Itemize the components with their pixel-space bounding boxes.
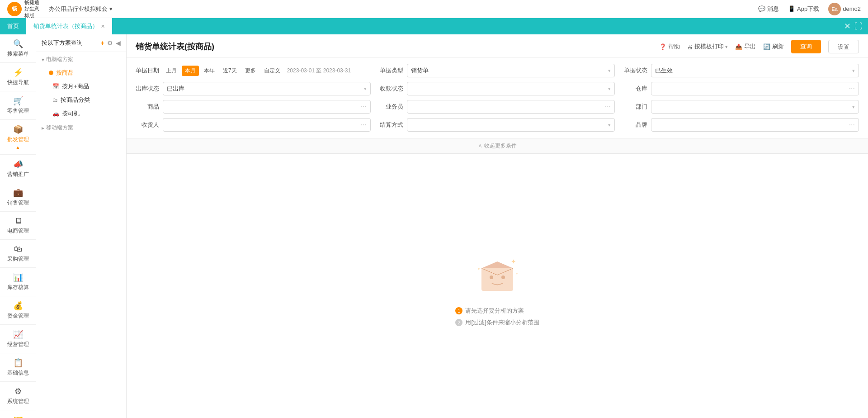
tree-item-by-goods[interactable]: 按商品: [36, 66, 126, 80]
template-print-btn[interactable]: 🖨 按模板打印 ▾: [687, 43, 728, 51]
filter-department-item: 部门 ▾: [624, 100, 859, 114]
empty-tips: 1 请先选择要分析的方案 2 用[过滤]条件来缩小分析范围: [455, 305, 539, 328]
left-panel: 按以下方案查询 + ⚙ ◀ ▾ 电脑端方案 按商品 📅 按月+商品: [36, 34, 127, 418]
date-btn-this-month[interactable]: 本月: [182, 66, 199, 76]
sidebar: 🔍 搜索菜单 ⚡ 快捷导航 🛒 零售管理 📦 批发管理 ▲ 📣 营销推广 💼 销…: [0, 34, 36, 418]
sidebar-item-operation[interactable]: 📈 经营管理: [0, 325, 36, 353]
message-btn[interactable]: 💬 消息: [758, 5, 779, 13]
tree-group-mobile[interactable]: ▸ 移动端方案: [36, 120, 126, 134]
date-btn-7days[interactable]: 近7天: [220, 66, 240, 76]
filter-order-type-control[interactable]: 销货单 ▾: [407, 64, 615, 77]
export-icon: 📤: [735, 43, 742, 50]
empty-state: ✦ ✦ ✦ 1 请先选择要分析的方案 2 用[过滤]条件来缩小分析范围: [127, 154, 868, 418]
message-icon: 💬: [758, 5, 765, 12]
sidebar-item-inventory[interactable]: 📊 库存核算: [0, 268, 36, 296]
date-btn-custom[interactable]: 自定义: [261, 66, 283, 76]
filter-brand-control[interactable]: ···: [651, 118, 859, 132]
filter-payment-status-control[interactable]: ▾: [407, 82, 615, 95]
set-button[interactable]: 设置: [828, 40, 859, 53]
sidebar-item-sales[interactable]: 💼 销售管理: [0, 183, 36, 212]
date-btn-last-month[interactable]: 上月: [163, 66, 180, 76]
retail-icon: 🛒: [13, 96, 23, 106]
sidebar-item-finance[interactable]: 💰 资金管理: [0, 296, 36, 325]
user-menu[interactable]: Ea demo2: [828, 3, 861, 15]
settings-scheme-icon[interactable]: ⚙: [107, 39, 113, 47]
date-btn-this-year[interactable]: 本年: [201, 66, 218, 76]
filter-order-status-control[interactable]: 已生效 ▾: [651, 64, 859, 77]
sidebar-item-wholesale[interactable]: 📦 批发管理 ▲: [0, 120, 36, 155]
category-icon: 🗂: [52, 97, 58, 103]
filter-payment-status-item: 收款状态 ▾: [380, 82, 615, 95]
sidebar-item-retail[interactable]: 🛒 零售管理: [0, 91, 36, 120]
tab-maximize-icon[interactable]: ⛶: [854, 22, 863, 31]
receiver-dots-icon: ···: [361, 121, 367, 129]
tree-item-by-cashier[interactable]: 🚗 按司机: [36, 107, 126, 120]
empty-tip-2: 2 用[过滤]条件来缩小分析范围: [455, 317, 539, 328]
tree-expand-icon: ▾: [42, 57, 44, 63]
basic-icon: 📋: [13, 358, 23, 368]
inner-layout: 按以下方案查询 + ⚙ ◀ ▾ 电脑端方案 按商品 📅 按月+商品: [36, 34, 868, 418]
sidebar-item-enterprise[interactable]: 🤝 企业协同: [0, 410, 36, 418]
purchase-icon: 🛍: [14, 244, 22, 254]
add-scheme-icon[interactable]: +: [101, 39, 104, 47]
tree-item-by-month-goods[interactable]: 📅 按月+商品: [36, 80, 126, 93]
tab-bar: 首页 销货单统计表（按商品） ✕ ✕ ⛶: [0, 18, 868, 34]
sidebar-item-search[interactable]: 🔍 搜索菜单: [0, 34, 36, 63]
sidebar-item-system[interactable]: ⚙ 系统管理: [0, 382, 36, 410]
filter-settlement-control[interactable]: ▾: [407, 118, 615, 132]
tab-close-window-icon[interactable]: ✕: [844, 21, 851, 31]
payment-status-caret-icon: ▾: [608, 86, 611, 92]
quick-nav-icon: ⚡: [13, 67, 23, 77]
filter-brand-item: 品牌 ···: [624, 118, 859, 132]
filter-date-item: 单据日期 上月 本月 本年 近7天 更多 自定义 2023-03-01 至 20…: [136, 66, 371, 76]
filter-row-1: 单据日期 上月 本月 本年 近7天 更多 自定义 2023-03-01 至 20…: [136, 64, 859, 77]
sidebar-item-quick-nav[interactable]: ⚡ 快捷导航: [0, 63, 36, 91]
tree-item-by-goods-cat[interactable]: 🗂 按商品分类: [36, 93, 126, 107]
filter-stock-out-item: 出库状态 已出库 ▾: [136, 82, 371, 95]
help-btn[interactable]: ❓ 帮助: [659, 43, 680, 51]
filter-salesperson-control[interactable]: ···: [407, 100, 615, 114]
sidebar-item-marketing[interactable]: 📣 营销推广: [0, 155, 36, 183]
svg-text:✦: ✦: [477, 266, 481, 271]
left-panel-icons: + ⚙ ◀: [101, 39, 121, 47]
tab-home[interactable]: 首页: [0, 18, 26, 34]
filter-settlement-item: 结算方式 ▾: [380, 118, 615, 132]
filter-order-status-item: 单据状态 已生效 ▾: [624, 64, 859, 77]
sidebar-item-purchase[interactable]: 🛍 采购管理: [0, 240, 36, 268]
filter-settlement-label: 结算方式: [380, 121, 403, 129]
query-button[interactable]: 查询: [791, 40, 821, 53]
filter-warehouse-item: 仓库 ···: [624, 82, 859, 95]
filter-receiver-control[interactable]: ···: [163, 118, 371, 132]
export-btn[interactable]: 📤 导出: [735, 43, 756, 51]
calendar-icon: 📅: [52, 83, 59, 90]
sidebar-item-basic[interactable]: 📋 基础信息: [0, 353, 36, 382]
account-dropdown[interactable]: 办公用品行业模拟账套 ▾: [49, 5, 753, 13]
empty-tip-1: 1 请先选择要分析的方案: [455, 305, 539, 317]
print-icon: 🖨: [687, 43, 693, 50]
svg-text:✦: ✦: [515, 272, 519, 276]
collapse-panel-icon[interactable]: ◀: [116, 39, 121, 47]
filter-order-status-label: 单据状态: [624, 66, 647, 75]
filter-stock-out-label: 出库状态: [136, 85, 159, 93]
page-title: 销货单统计表(按商品): [136, 41, 214, 52]
filter-department-control[interactable]: ▾: [651, 100, 859, 114]
filter-warehouse-control[interactable]: ···: [651, 82, 859, 95]
refresh-btn[interactable]: 🔄 刷新: [763, 43, 784, 51]
right-panel: 销货单统计表(按商品) ❓ 帮助 🖨 按模板打印 ▾ 📤 导出: [127, 34, 868, 418]
filter-stock-out-control[interactable]: 已出库 ▾: [163, 82, 371, 95]
active-dot: [49, 71, 53, 75]
collapse-more-conditions[interactable]: ∧ 收起更多条件: [127, 138, 868, 154]
filter-goods-control[interactable]: ···: [163, 100, 371, 114]
filter-brand-label: 品牌: [624, 121, 647, 129]
sidebar-item-ecom[interactable]: 🖥 电商管理: [0, 212, 36, 240]
app-download-btn[interactable]: 📱 App下载: [788, 5, 819, 13]
tree-group-pc[interactable]: ▾ 电脑端方案: [36, 52, 126, 66]
logo-icon: 畅: [7, 2, 22, 16]
settlement-caret-icon: ▾: [608, 122, 611, 128]
filter-order-type-item: 单据类型 销货单 ▾: [380, 64, 615, 77]
tab-close-icon[interactable]: ✕: [101, 24, 105, 29]
svg-marker-1: [481, 261, 513, 268]
date-btn-more[interactable]: 更多: [242, 66, 259, 76]
filter-order-type-label: 单据类型: [380, 66, 403, 75]
tab-sales-stat[interactable]: 销货单统计表（按商品） ✕: [26, 18, 112, 34]
